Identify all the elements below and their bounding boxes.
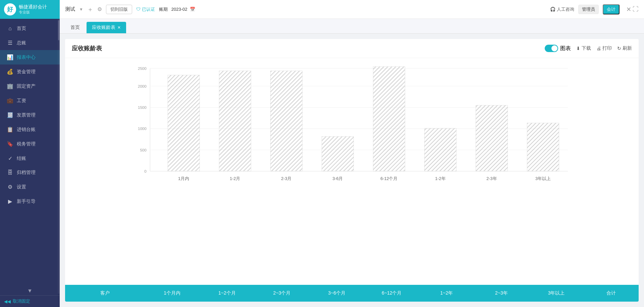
nav-label-fixed-assets: 固定资产 <box>17 83 36 89</box>
th-3: 2~3个月 <box>255 285 310 302</box>
nav-icon-beginner: ▶ <box>7 198 13 205</box>
page-title: 应收账龄表 <box>72 44 102 52</box>
bar-chart: 0 500 1000 1500 2000 2500 <box>72 65 632 192</box>
svg-text:2500: 2500 <box>138 66 147 71</box>
nav-icon-fund-mgmt: 💰 <box>7 69 13 75</box>
nav-label-report-center: 报表中心 <box>17 54 36 60</box>
sidebar-item-purchase-sale[interactable]: 📋 进销台账 <box>0 122 60 137</box>
app-edition: 专业版 <box>19 10 47 15</box>
th-0: 客户 <box>65 285 145 302</box>
consult-btn[interactable]: 🎧 人工咨询 <box>550 6 574 12</box>
sidebar-item-fund-mgmt[interactable]: 💰 资金管理 <box>0 64 60 79</box>
sidebar-item-salary[interactable]: 💼 工资 <box>0 93 60 108</box>
sidebar-item-report-center[interactable]: 📊 报表中心 <box>0 50 60 64</box>
role-btn[interactable]: 会计 <box>603 4 620 14</box>
sidebar-item-tax-mgmt[interactable]: 🔖 税务管理 <box>0 137 60 151</box>
bar-6-12m <box>373 67 405 171</box>
nav-icon-purchase-sale: 📋 <box>7 126 13 133</box>
download-icon: ⬇ <box>576 46 580 51</box>
verified-label: 已认证 <box>142 6 155 12</box>
table-header: 客户1个月内1~2个月2~3个月3~6个月6~12个月1~2年2~3年3年以上合… <box>65 285 639 302</box>
svg-text:3-6月: 3-6月 <box>332 176 343 181</box>
tab-close-icon[interactable]: ✕ <box>117 25 121 30</box>
chart-area: 0 500 1000 1500 2000 2500 <box>65 58 639 285</box>
svg-text:2-3年: 2-3年 <box>486 176 497 181</box>
project-dropdown-icon[interactable]: ▼ <box>79 7 83 12</box>
home-tab-label: 首页 <box>70 25 80 31</box>
svg-text:6-12个月: 6-12个月 <box>380 176 397 181</box>
main-area: 测试 ▼ ＋ ⚙ 切到旧版 🛡 已认证 账期 2023-02 📅 🎧 人工咨询 … <box>60 0 644 307</box>
nav-label-archive: 归档管理 <box>17 170 36 176</box>
nav-label-settings: 设置 <box>17 184 26 190</box>
period-label: 账期 2023-02 📅 <box>159 6 195 12</box>
nav-icon-fixed-assets: 🏢 <box>7 83 13 89</box>
page-panel: 应收账龄表 图表 ⬇ 下载 🖨 打印 ↻ <box>65 39 639 302</box>
svg-text:2000: 2000 <box>138 84 147 88</box>
tabbar: 首页 应收账龄表 ✕ <box>60 19 644 34</box>
bar-3-6m <box>322 136 354 171</box>
sidebar-scroll-down-btn[interactable]: ▼ <box>0 287 60 295</box>
th-9: 合计 <box>584 285 639 302</box>
nav-icon-archive: 🗄 <box>7 170 13 176</box>
nav-label-tax-mgmt: 税务管理 <box>17 141 36 147</box>
sidebar-item-general-ledger[interactable]: ☰ 总账 <box>0 36 60 50</box>
sidebar-item-settings[interactable]: ⚙ 设置 <box>0 180 60 194</box>
sidebar-nav: ⌂ 首页 ☰ 总账 📊 报表中心 💰 资金管理 🏢 固定资产 💼 工资 🧾 发票… <box>0 19 60 287</box>
page-actions: 图表 ⬇ 下载 🖨 打印 ↻ 刷新 <box>545 45 632 52</box>
refresh-btn[interactable]: ↻ 刷新 <box>617 45 632 51</box>
svg-text:1月内: 1月内 <box>178 176 189 181</box>
nav-label-fund-mgmt: 资金管理 <box>17 69 36 75</box>
download-btn[interactable]: ⬇ 下载 <box>576 45 591 51</box>
tab-ar-aging[interactable]: 应收账龄表 ✕ <box>87 22 126 33</box>
nav-label-general-ledger: 总账 <box>17 40 26 46</box>
svg-text:3年以上: 3年以上 <box>535 176 551 181</box>
print-btn[interactable]: 🖨 打印 <box>596 45 612 51</box>
close-window-btn[interactable]: ✕ <box>626 6 631 13</box>
period-value: 2023-02 <box>171 7 187 12</box>
sidebar-item-archive[interactable]: 🗄 归档管理 <box>0 166 60 180</box>
th-2: 1~2个月 <box>200 285 255 302</box>
refresh-label: 刷新 <box>623 45 632 51</box>
user-btn[interactable]: 管理员 <box>578 5 599 14</box>
add-project-btn[interactable]: ＋ <box>87 5 93 13</box>
bar-2-3m <box>270 71 302 171</box>
download-label: 下载 <box>582 45 591 51</box>
sidebar-item-settlement[interactable]: ✓ 结账 <box>0 151 60 166</box>
svg-text:1000: 1000 <box>138 126 147 131</box>
sidebar-scrollbar-thumb <box>58 20 59 40</box>
th-7: 2~3年 <box>474 285 529 302</box>
svg-text:500: 500 <box>140 148 146 152</box>
sidebar-item-fixed-assets[interactable]: 🏢 固定资产 <box>0 79 60 93</box>
nav-label-home: 首页 <box>17 26 26 32</box>
settings-gear-icon[interactable]: ⚙ <box>97 6 102 12</box>
expand-window-btn[interactable]: ⛶ <box>633 6 639 13</box>
tab-home[interactable]: 首页 <box>65 22 85 33</box>
sidebar-item-beginner[interactable]: ▶ 新手引导 <box>0 194 60 209</box>
logo-text-wrap: 畅捷通好会计 专业版 <box>19 4 47 15</box>
nav-label-purchase-sale: 进销台账 <box>17 127 36 133</box>
svg-text:1500: 1500 <box>138 105 147 109</box>
bar-2-3y <box>476 105 507 171</box>
headset-icon: 🎧 <box>550 7 555 12</box>
th-4: 3~6个月 <box>309 285 364 302</box>
sidebar: 好 畅捷通好会计 专业版 ⌂ 首页 ☰ 总账 📊 报表中心 💰 资金管理 🏢 固… <box>0 0 60 307</box>
switch-version-btn[interactable]: 切到旧版 <box>106 5 132 14</box>
nav-icon-report-center: 📊 <box>7 54 13 60</box>
nav-label-salary: 工资 <box>17 98 26 104</box>
content-area: 应收账龄表 图表 ⬇ 下载 🖨 打印 ↻ <box>60 34 644 307</box>
nav-icon-settings: ⚙ <box>7 184 13 190</box>
cancel-fixed-btn[interactable]: ◀◀ 取消固定 <box>0 295 60 307</box>
nav-icon-tax-mgmt: 🔖 <box>7 141 13 147</box>
nav-icon-invoice-mgmt: 🧾 <box>7 112 13 118</box>
chart-toggle[interactable] <box>545 45 558 52</box>
print-label: 打印 <box>602 45 612 51</box>
cancel-fixed-label: 取消固定 <box>13 298 30 304</box>
topbar: 测试 ▼ ＋ ⚙ 切到旧版 🛡 已认证 账期 2023-02 📅 🎧 人工咨询 … <box>60 0 644 19</box>
sidebar-item-home[interactable]: ⌂ 首页 <box>0 21 60 36</box>
verified-icon: 🛡 <box>136 7 141 12</box>
th-8: 3年以上 <box>529 285 584 302</box>
bar-1-2y <box>424 128 456 171</box>
page-header: 应收账龄表 图表 ⬇ 下载 🖨 打印 ↻ <box>65 39 639 58</box>
sidebar-item-invoice-mgmt[interactable]: 🧾 发票管理 <box>0 108 60 122</box>
ar-aging-tab-label: 应收账龄表 <box>92 25 115 31</box>
